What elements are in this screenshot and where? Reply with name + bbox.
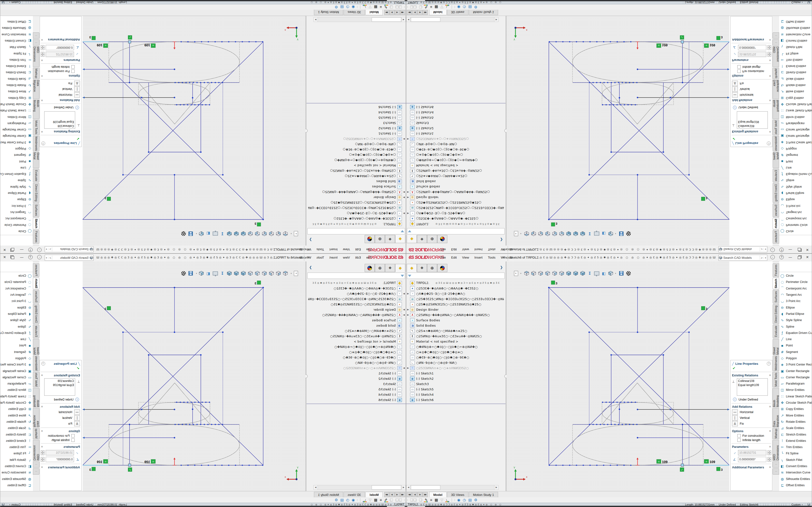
tab-featuremanager[interactable]: ◆ xyxy=(395,264,405,272)
add-relation-row[interactable]: │ Vertical xyxy=(40,415,82,421)
sketch-triangle[interactable] xyxy=(602,82,673,124)
selected-endpoint-handle[interactable] xyxy=(681,464,684,466)
option-row[interactable]: Infinite length xyxy=(40,65,82,69)
add-relation-row[interactable]: ⚓ Fix xyxy=(40,80,82,86)
angle-spinner[interactable]: ▲▼ xyxy=(767,45,771,50)
tool-item[interactable]: ⊏ Stretch Entities xyxy=(780,431,812,438)
section-parameters[interactable]: Parametersʌ xyxy=(40,58,82,62)
tab-nav-button[interactable]: ◀◀ xyxy=(407,10,412,15)
search-dropdown-icon[interactable]: ▾ xyxy=(45,257,48,259)
document-tab[interactable]: Motion Study 1 xyxy=(314,9,343,15)
tool-item[interactable]: ∷ Linear Sketch Pattern xyxy=(780,393,812,400)
tool-item[interactable]: ◠ Tangent Arc xyxy=(780,292,812,298)
commandmanager-tab[interactable]: Direct Editing xyxy=(33,183,39,203)
tool-item[interactable]: ∿ Spline xyxy=(780,323,812,330)
menu-item[interactable]: Insert xyxy=(474,248,483,251)
hatch-icon[interactable]: ▦ xyxy=(435,498,438,502)
tree-item[interactable]: ▶ ⚿ ○253ƎИNΛ∩∗○◦○∗∩ΛNИƎ352○ xyxy=(407,136,504,142)
collapse-icon[interactable]: ʌ xyxy=(41,130,43,133)
tree-item[interactable]: ◨ Solid Bodies xyxy=(407,323,504,328)
status-units-selector[interactable]: Custom ▲ xyxy=(789,503,805,506)
relation-button-icon[interactable]: ⚓ xyxy=(74,421,80,427)
commandmanager-tab[interactable]: Sheet Metal xyxy=(773,339,779,355)
commandmanager-tab[interactable]: MBD Dimensions xyxy=(773,46,779,67)
tab-nav-button[interactable]: ◀ xyxy=(412,10,417,15)
tree-item[interactable]: ▶ A ○25ИN◎◦✤Α✤◎ИNΑ○◦○ΑNИ◎✤Α✤◦◎NИ25○ xyxy=(308,189,405,195)
sketch-canvas[interactable]: = 109 = 109 ∕ 3 3 xyxy=(507,16,729,245)
tree-item[interactable]: ◕ ○25✱◎25ИN3Ɛ25○◦○253ƎNИ25◎✱25○ xyxy=(308,200,405,206)
datum-icon[interactable]: ∟ xyxy=(363,498,366,502)
tab-propertymanager[interactable]: ❖ xyxy=(385,235,395,243)
relation-button-icon[interactable]: │ xyxy=(732,87,738,92)
option-row[interactable]: For construction xyxy=(40,69,82,73)
tool-item[interactable]: ∿ Spline xyxy=(0,323,32,330)
tool-item[interactable]: ◈ 3 Point Center Recta... xyxy=(0,139,32,146)
tree-root-row[interactable]: ◆ TЯPDL2. ◎ƷƐ◎Ш◎◎◎✤◎Ɔ⊃◎Ɛ◎✦◎Ƨ5◎✱◎ƷƐ xyxy=(308,280,405,286)
length-input[interactable]: 10.88152731 xyxy=(738,450,766,455)
tool-item[interactable]: ╰ Fit Spline xyxy=(780,50,812,56)
sheets-icon[interactable]: ❏ xyxy=(419,5,422,9)
clock-icon[interactable]: ◷ xyxy=(463,498,466,502)
tree-item[interactable]: ▭ (-) Sketch4 xyxy=(308,392,405,397)
graphics-area[interactable]: ▸ ▾ ↧ ◧ ▾ xyxy=(83,262,305,491)
search-input[interactable]: Search CAD Models xyxy=(52,256,90,260)
tool-item[interactable]: ⊺ Extend Entities xyxy=(780,438,812,444)
tab-configurations[interactable]: ⊕ xyxy=(427,235,437,243)
section-add-relations[interactable]: Add Relationsʌ xyxy=(40,404,82,409)
commandmanager-tab[interactable]: Sketch xyxy=(773,218,779,229)
tree-item[interactable]: ▦ (-) Sketch6 xyxy=(407,397,504,402)
tool-item[interactable]: ▭ Corner Rectangle xyxy=(0,126,32,133)
tab-nav-button[interactable]: ◀◀ xyxy=(400,492,405,497)
commandmanager-tab[interactable]: MBD Dimensions xyxy=(773,440,779,461)
tool-item[interactable]: ⊑ Offset Entities xyxy=(0,18,32,25)
tool-item[interactable]: # Segment xyxy=(780,349,812,355)
commandmanager-tab[interactable]: Weldments xyxy=(773,356,779,371)
relation-badge-coincident-right[interactable]: 3 xyxy=(701,306,707,311)
section-options[interactable]: Optionsʌ xyxy=(40,429,82,434)
search-box[interactable]: Search CAD Models ⌕ ▾ xyxy=(45,255,94,261)
add-relation-row[interactable]: — Horizontal xyxy=(40,409,82,415)
drag-handle-icon[interactable]: ⁞ xyxy=(357,6,358,8)
tab-appearances[interactable] xyxy=(437,264,447,272)
scrollbar-thumb[interactable] xyxy=(372,17,401,22)
tree-item[interactable]: ≡ Material < not specified > xyxy=(308,339,405,344)
commandmanager-tab[interactable]: Weldments xyxy=(33,356,39,371)
camera-clock-icon[interactable]: ◉ xyxy=(457,5,460,9)
length-input[interactable]: 10.88152731 xyxy=(46,450,74,455)
collapse-icon[interactable]: ʌ xyxy=(41,430,43,433)
relation-badge-coincident-topleft[interactable]: 3 xyxy=(551,281,557,285)
commandmanager-tab[interactable]: Markup xyxy=(773,428,779,439)
tree-item[interactable]: ∟ ○ИN◦9◎⊛○◦○⊛◎9◦NИ○ xyxy=(407,142,504,147)
tree-item[interactable]: ◗ Surface Bodies xyxy=(407,318,504,323)
tool-item[interactable]: ∿ Spline xyxy=(780,177,812,183)
tool-item[interactable]: ⊏ Stretch Entities xyxy=(0,69,32,75)
tool-item[interactable]: ⊖ Ellipse xyxy=(780,304,812,311)
relation-badge-coincident-topleft[interactable]: 3 xyxy=(255,222,261,226)
menu-item[interactable]: File xyxy=(441,248,446,251)
tool-item[interactable]: ◖ Partial Ellipse xyxy=(780,311,812,317)
tool-item[interactable]: ƒ Equation Driven Curve xyxy=(780,330,812,336)
section-additional-parameters[interactable]: Additional Parametersv xyxy=(40,37,82,42)
minimize-button[interactable]: — xyxy=(789,255,792,259)
commandmanager-tab[interactable]: Mold Tools xyxy=(33,372,39,387)
collapse-icon[interactable]: ʌ xyxy=(769,374,771,377)
restore-button[interactable] xyxy=(11,248,14,251)
tool-item[interactable]: ◖ Partial Ellipse xyxy=(0,311,32,317)
relation-item[interactable]: Collinear108 xyxy=(45,124,74,128)
tree-item[interactable]: ▶ ▥ Design Binder xyxy=(308,195,405,200)
menu-item[interactable]: Insert xyxy=(329,248,338,251)
commandmanager-tab[interactable]: Data Migration xyxy=(773,408,779,427)
relation-item[interactable]: Collinear108 xyxy=(738,124,767,128)
expand-arrow-icon[interactable]: ▶ xyxy=(407,138,410,140)
relations-listbox[interactable]: Collinear108Equal length109 xyxy=(737,378,768,396)
panel-help-icon[interactable]: ? xyxy=(767,142,771,145)
sketch-center-square[interactable] xyxy=(611,82,663,152)
search-input[interactable]: Search CAD Models xyxy=(722,256,760,260)
tool-item[interactable]: ◍ Silhouette Entities xyxy=(780,476,812,482)
commandmanager-tab[interactable]: Mold Tools xyxy=(33,120,39,135)
tree-item[interactable]: ▭ (-) Sketch5 xyxy=(407,387,504,392)
tree-filter-input[interactable] xyxy=(407,273,505,279)
sketch-triangle[interactable] xyxy=(139,82,210,124)
expand-arrow-icon[interactable]: ▶ xyxy=(407,308,410,311)
tool-item[interactable]: ↻ Rotate Entities xyxy=(780,418,812,425)
